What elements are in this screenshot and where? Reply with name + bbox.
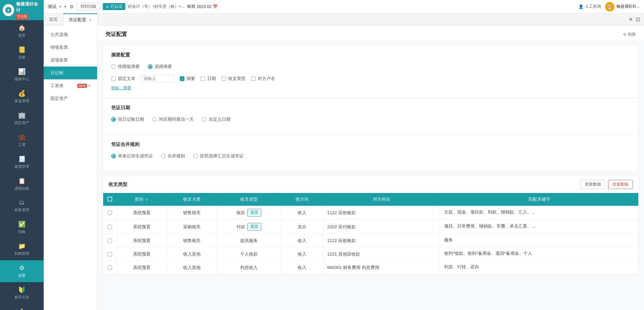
row-account: 2202 应付账款 <box>323 220 440 234</box>
row-major-type: 采购相关 <box>167 220 217 234</box>
chevron-icon: ▾ <box>88 84 90 88</box>
merge-radio-group: 单条记录生成凭证 合并规则 按照选择汇总生成凭证 <box>111 153 630 159</box>
income-section: 收支类型 更新数据 批量删除 类别 <box>103 176 639 275</box>
add-icon[interactable]: + <box>64 4 67 10</box>
checkbox-date[interactable]: 日期 <box>201 76 216 82</box>
reports-icon: 📊 <box>18 68 26 75</box>
ledger-icon: 📒 <box>18 46 26 53</box>
refresh-btn[interactable]: ↻ 刷新 <box>623 32 636 37</box>
user-menu[interactable]: 🐰 畅捷通旺旺... <box>605 2 640 11</box>
member-icon: ⭐ <box>18 308 26 310</box>
row-checkbox-cell[interactable] <box>103 220 117 234</box>
left-panel-public[interactable]: 公共选项 <box>44 28 97 41</box>
sidebar-item-tax[interactable]: 🗂 税务管理 <box>0 195 44 217</box>
sidebar-item-purchase[interactable]: 📋 进销台账 <box>0 173 44 195</box>
purchase-icon: 📋 <box>18 177 26 185</box>
row-checkbox-cell[interactable] <box>103 206 117 220</box>
window-close-btn[interactable]: ✕ <box>629 16 633 23</box>
radio-template-summary[interactable]: 按模版摘要 <box>111 64 140 70</box>
sidebar-item-settings[interactable]: ⚙ 设置 <box>0 260 44 282</box>
salary-icon: 💼 <box>18 133 26 141</box>
period-info: 账期 2023-02 📅 <box>187 4 218 9</box>
sidebar-item-assets[interactable]: 🏢 固定资产 <box>0 108 44 129</box>
window-expand-btn[interactable]: ⊡ <box>636 16 640 23</box>
row-checkbox[interactable] <box>108 225 112 229</box>
sidebar-item-reports[interactable]: 📊 报表中心 <box>0 64 44 86</box>
checkbox-type[interactable]: 收支类型 <box>221 76 246 82</box>
calendar-icon[interactable]: 📅 <box>213 4 218 9</box>
sidebar-item-ledger[interactable]: 📒 总账 <box>0 42 44 64</box>
row-checkbox[interactable] <box>108 238 112 243</box>
dropdown-arrow-icon[interactable]: ▾ <box>59 4 61 9</box>
checkbox-summary[interactable]: ✓ 摘要 <box>180 76 195 82</box>
table-row: 系统预置 采购相关 付款 重置 支出 2202 应付账款 项目、日常费用、报销款… <box>103 220 638 234</box>
radio-journal-date-circle <box>111 117 116 122</box>
table-row: 系统预置 收入其他 利息收入 收入 660301 财务费用 利息费用 利息、行转… <box>103 261 638 274</box>
row-keywords: 欠款、现金、项目款、到款、报销款、汇入、... <box>440 206 638 220</box>
row-checkbox[interactable] <box>108 210 112 215</box>
sidebar-item-home[interactable]: 🏠 首页 <box>0 20 44 42</box>
sidebar-item-guide[interactable]: 🔰 新手引导 <box>0 282 44 304</box>
reset-btn[interactable]: 重置 <box>247 223 261 231</box>
fixed-text-input[interactable] <box>141 75 174 82</box>
checkbox-counterpart[interactable]: 对方户名 <box>251 76 275 82</box>
checkbox-type-box <box>221 76 226 81</box>
date-section: 凭证日期 按日记账日期 对应期间最后一天 自定义日期 <box>103 98 639 134</box>
left-panel-journal[interactable]: 日记账 <box>44 67 97 79</box>
tab-close-icon[interactable]: × <box>89 17 92 23</box>
left-panel-sales[interactable]: 销项发票 <box>44 41 97 54</box>
archive-icon: 📁 <box>18 242 26 250</box>
radio-merge-rule[interactable]: 合并规则 <box>161 153 185 159</box>
row-income-type: 个人收款 <box>217 247 282 261</box>
th-keywords: 匹配关键字 <box>440 193 638 206</box>
page-header: 凭证配置 ↻ 刷新 <box>97 26 644 41</box>
app-logo: 畅捷通好会计 专业版 <box>0 0 44 20</box>
reset-btn[interactable]: 重置 <box>247 209 261 217</box>
select-all-checkbox[interactable] <box>108 197 112 201</box>
sidebar-item-salary[interactable]: 💼 工资 <box>0 129 44 151</box>
service-btn[interactable]: 👤 人工咨询 <box>578 4 601 9</box>
row-major-type: 销售相关 <box>167 234 217 247</box>
left-panel-payroll[interactable]: 工资表 NEW ▾ <box>44 79 97 92</box>
radio-custom-date[interactable]: 自定义日期 <box>202 116 230 122</box>
sidebar-item-archive[interactable]: 📁 归档管理 <box>0 238 44 260</box>
merge-title: 凭证合并规则 <box>111 142 630 148</box>
gear-icon[interactable]: ⚙ <box>70 4 74 9</box>
batch-delete-btn[interactable]: 批量删除 <box>608 180 633 189</box>
table-header-row: 类别 ∨ 收支大类 收支类型 收方向 对方科目 匹配关键字 <box>103 193 638 206</box>
left-panel-purchase[interactable]: 进项发票 <box>44 54 97 67</box>
table-row: 系统预置 销售相关 收款 重置 收入 1122 应收账款 欠款、现金、项目款、到… <box>103 206 638 220</box>
switch-old-btn[interactable]: 切到旧版 <box>77 3 100 10</box>
row-category: 系统预置 <box>117 261 167 274</box>
row-checkbox-cell[interactable] <box>103 247 117 261</box>
th-income-type: 收支类型 <box>217 193 282 206</box>
checkbox-counterpart-box <box>251 76 256 81</box>
sidebar-item-funds[interactable]: 💰 资金管理 <box>0 86 44 108</box>
sidebar-item-member[interactable]: ⭐ 畅会员 <box>0 304 44 310</box>
radio-single[interactable]: 单条记录生成凭证 <box>111 153 153 159</box>
sidebar-item-invoice[interactable]: 🧾 发票管理 <box>0 151 44 173</box>
th-select-all[interactable] <box>103 193 117 206</box>
checkbox-fixed-text[interactable]: 固定文本 <box>111 76 135 82</box>
sidebar-item-settle[interactable]: ✅ 结账 <box>0 217 44 238</box>
row-direction: 收入 <box>281 206 323 220</box>
row-checkbox-cell[interactable] <box>103 261 117 274</box>
invoice-icon: 🧾 <box>18 155 26 163</box>
row-checkbox[interactable] <box>108 265 112 270</box>
date-radio-group: 按日记账日期 对应期间最后一天 自定义日期 <box>111 116 630 122</box>
tab-home[interactable]: 首页 <box>44 13 63 26</box>
radio-period-last[interactable]: 对应期间最后一天 <box>152 116 194 122</box>
headset-icon: 👤 <box>578 4 584 9</box>
left-panel-fixed[interactable]: 固定资产 <box>44 92 97 105</box>
radio-summary-gen[interactable]: 按照选择汇总生成凭证 <box>193 153 244 159</box>
page-title: 凭证配置 <box>105 31 127 38</box>
radio-journal-date[interactable]: 按日记账日期 <box>111 116 144 122</box>
row-checkbox-cell[interactable] <box>103 234 117 247</box>
checkbox-date-box <box>201 76 205 81</box>
tab-voucher-config[interactable]: 凭证配置 × <box>63 13 97 26</box>
radio-select-summary[interactable]: 选择摘要 <box>148 64 172 70</box>
row-keywords: 项目、日常费用、报销款、车费、承兑汇票、付款 <box>440 220 638 234</box>
row-checkbox[interactable] <box>108 252 112 257</box>
update-data-btn[interactable]: 更新数据 <box>581 180 605 189</box>
row-account: 1122 应收账款 <box>323 206 440 220</box>
